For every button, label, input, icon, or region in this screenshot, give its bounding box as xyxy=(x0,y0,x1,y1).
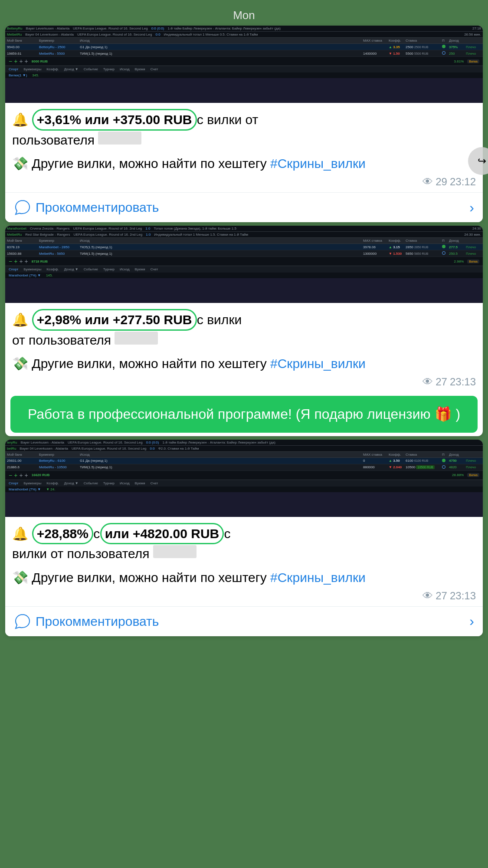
chevron-right-1[interactable]: › xyxy=(469,200,474,216)
tab-income-2[interactable]: Доход ▼ xyxy=(64,267,79,271)
tab-tournament-2[interactable]: Турнир xyxy=(103,267,115,271)
tab-event-1[interactable]: Событие xyxy=(84,67,98,71)
promo-banner: Работа в профессиональной программе! (Я … xyxy=(10,396,478,433)
ss1-score1: 0:0 (0:0) xyxy=(151,26,164,30)
ss2-league1: UEFA Europa League. Round of 16. 2nd Leg xyxy=(73,227,142,230)
eye-icon-2: 👁 xyxy=(422,376,433,388)
tab-time-1[interactable]: Время xyxy=(135,67,145,71)
ss2-score1: 1:0 xyxy=(145,227,150,230)
ss1-score2: 0:0 xyxy=(155,33,160,36)
views-3: 27 xyxy=(436,590,447,602)
tab-outcome-2[interactable]: Исход xyxy=(120,267,130,271)
screenshot-1: BetteryRu Bayer Leverkusen - Atalanta UE… xyxy=(5,26,483,103)
tab-time-3[interactable]: Время xyxy=(135,481,145,485)
tab-event-3[interactable]: Событие xyxy=(84,481,98,485)
tab-income-3[interactable]: Доход ▼ xyxy=(64,481,79,485)
col3-bank-h: Мой банк xyxy=(7,453,37,457)
tab-income-1[interactable]: Доход ▼ xyxy=(64,67,79,71)
r3r1-maxbet: 0 xyxy=(363,459,387,463)
r2-maxbet: 1400000 xyxy=(363,52,387,56)
telegram-feed: Mon BetteryRu Bayer Leverkusen - Atalant… xyxy=(0,0,488,657)
text4-2: от пользователя xyxy=(12,333,111,347)
ss2-teams2: Red Star Belgrade - Rangers xyxy=(25,233,70,237)
text3-2: с вилки xyxy=(197,312,242,327)
tab-coeff-1[interactable]: Коэфф. xyxy=(46,67,59,71)
col-bet-h: Ставка xyxy=(406,39,440,43)
col3-bk-h: Букмекер xyxy=(39,453,78,457)
username-1 xyxy=(98,132,141,145)
tab-sport-1[interactable]: Спорт xyxy=(9,67,19,71)
tab-coeff-2[interactable]: Коэфф. xyxy=(46,267,59,271)
ss1-bk1: BetteryRu xyxy=(7,26,23,30)
r3r1-bank: 25631.00 xyxy=(7,459,37,463)
col-p-h: П xyxy=(442,39,447,43)
tab-outcome-1[interactable]: Исход xyxy=(120,67,130,71)
post-3: teryRu Bayer Leverkusen - Atalanta UEFA … xyxy=(5,440,483,636)
tab-sport-2[interactable]: Спорт xyxy=(9,267,19,271)
hashtag-1[interactable]: #Скрины_вилки xyxy=(270,156,366,171)
ss1-bk2: MelbetRu xyxy=(7,33,22,36)
col2-bk-h: Букмекер xyxy=(39,239,78,243)
hashtag-3[interactable]: #Скрины_вилки xyxy=(270,570,366,585)
ss1-desc1: 1-й тайм Байер Леверкузен - Аталанта: Ба… xyxy=(167,26,469,30)
hashtag-2[interactable]: #Скрины_вилки xyxy=(270,356,366,371)
eye-icon-1: 👁 xyxy=(422,176,433,188)
ss1-time1: 27:18 xyxy=(472,26,481,30)
day-label: Mon xyxy=(0,0,488,26)
total-income-1: 3.61% xyxy=(454,59,464,63)
comment-label-3[interactable]: Прокомментировать xyxy=(36,614,159,629)
text5-1: Другие вилки, можно найти по хештегу xyxy=(32,156,270,171)
r3r2-bet: 10500 10500 RUB xyxy=(406,465,440,469)
r2r2-bank: 15630.88 xyxy=(7,252,37,256)
r2-outcome: ТИМ(1.5) (период 1) xyxy=(80,52,361,56)
tab-bk-3[interactable]: Букмекеры xyxy=(24,481,42,485)
comment-bar-1[interactable]: Прокомментировать › xyxy=(5,192,483,222)
username-2 xyxy=(115,332,158,345)
comment-left-3[interactable]: Прокомментировать xyxy=(14,613,159,630)
ss1-teams1: Bayer Leverkusen - Atalanta xyxy=(26,26,70,30)
post-1: BetteryRu Bayer Leverkusen - Atalanta UE… xyxy=(5,26,483,222)
ss2-bk2: MelbetRu xyxy=(7,233,22,237)
time-3: 23:13 xyxy=(450,590,476,602)
comment-label-1[interactable]: Прокомментировать xyxy=(36,200,159,215)
ss1-league1: UEFA Europa League. Round of 16. Second … xyxy=(73,26,148,30)
tab-score-1[interactable]: Счет xyxy=(151,67,158,71)
tab-sport-3[interactable]: Спорт xyxy=(9,481,19,485)
tab-bk-2[interactable]: Букмекеры xyxy=(24,267,42,271)
tab-outcome-3[interactable]: Исход xyxy=(120,481,130,485)
col3-outcome-h: Исход xyxy=(80,453,361,457)
percent-1: +3,61% xyxy=(37,112,82,127)
ss2-time1: 24:30 xyxy=(472,227,481,230)
tab-tournament-1[interactable]: Турнир xyxy=(103,67,115,71)
col2-outcome-h: Исход xyxy=(80,239,361,243)
col2-coeff-h: Коэфф. xyxy=(389,239,404,243)
tab-tournament-3[interactable]: Турнир xyxy=(103,481,115,485)
r2-bk: MelbetRu - 5500 xyxy=(39,52,78,56)
r2-income: 250 xyxy=(449,52,464,56)
chevron-right-3[interactable]: › xyxy=(469,613,474,629)
r3r2-action: Плечо xyxy=(466,465,481,469)
tab-score-2[interactable]: Счет xyxy=(151,267,158,271)
tab-bk-1[interactable]: Букмекеры xyxy=(24,67,42,71)
col2-p-h: П xyxy=(442,239,447,243)
tab-score-3[interactable]: Счет xyxy=(151,481,158,485)
text4-3: вилки от пользователя xyxy=(12,546,153,561)
r1-action: Плечо xyxy=(466,45,481,49)
tab-time-2[interactable]: Время xyxy=(135,267,145,271)
tab-event-2[interactable]: Событие xyxy=(84,267,98,271)
r2r1-coeff: ▲ 3.15 xyxy=(389,245,404,249)
r2r1-outcome: ТЮ5(1.5) (период 1) xyxy=(80,245,361,249)
comment-left-1[interactable]: Прокомментировать xyxy=(14,199,159,216)
comment-bar-3[interactable]: Прокомментировать › xyxy=(5,606,483,636)
rub-3: или +4820.00 RUB xyxy=(105,526,219,541)
r2-action: Плечо xyxy=(466,52,481,56)
ss1-league2: UEFA Europa League. Round of 16. Second … xyxy=(77,33,152,36)
col-coeff-h: Коэфф. xyxy=(389,39,404,43)
col2-maxbet-h: МАХ ставка xyxy=(363,239,387,243)
bell-icon-1: 🔔 xyxy=(12,112,28,127)
tab-coeff-3[interactable]: Коэфф. xyxy=(46,481,59,485)
col-maxbet-h: МАХ ставка xyxy=(363,39,387,43)
r1-coeff: ▲ 3.35 xyxy=(389,45,404,49)
ss1-desc2: Индивидуальный тотал 1 Меньше 0.5. Ставк… xyxy=(164,33,461,36)
screenshot-3: teryRu Bayer Leverkusen - Atalanta UEFA … xyxy=(5,440,483,517)
